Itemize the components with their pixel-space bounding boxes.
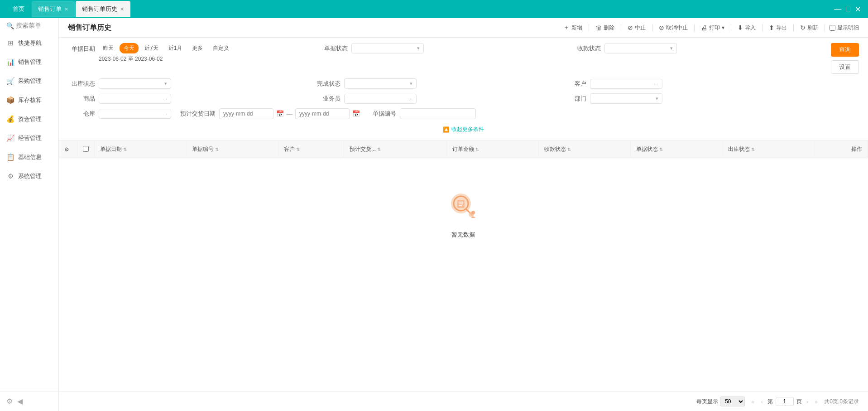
import-button[interactable]: ⬇ 导入 — [736, 23, 758, 33]
delivery-date-to[interactable] — [295, 108, 350, 119]
sidebar-search-label: 搜索菜单 — [16, 22, 41, 30]
inventory-icon: 📦 — [6, 96, 14, 104]
base-info-icon: 📋 — [6, 153, 14, 161]
th-customer-sort-icon[interactable]: ⇅ — [296, 147, 300, 152]
sidebar-search[interactable]: 🔍 搜索菜单 — [0, 18, 58, 34]
tab-sales-order-history[interactable]: 销售订单历史 ✕ — [76, 1, 130, 17]
filter-row-4: 仓库 ··· 预计交货日期 📅 — 📅 — [68, 108, 859, 119]
sidebar-settings-icon[interactable]: ⚙ — [6, 397, 13, 406]
first-page-btn[interactable]: « — [749, 397, 756, 406]
search-icon: 🔍 — [6, 22, 14, 29]
th-settings[interactable]: ⚙ — [59, 141, 77, 158]
data-table: ⚙ 单据日期 ⇅ 单据编号 ⇅ — [59, 141, 868, 266]
page-number-input[interactable] — [776, 397, 794, 406]
th-out-status-sort-icon[interactable]: ⇅ — [751, 147, 755, 152]
sys-mgmt-icon: ⚙ — [6, 172, 14, 180]
page-suffix: 页 — [796, 398, 802, 406]
bill-status-select[interactable]: ▾ — [351, 43, 424, 53]
th-out-status-label: 出库状态 — [728, 146, 750, 152]
sidebar-item-purchase-mgmt[interactable]: 🛒 采购管理 — [0, 72, 58, 91]
calendar-from-icon[interactable]: 📅 — [276, 110, 284, 117]
sidebar-item-base-info[interactable]: 📋 基础信息 — [0, 148, 58, 167]
print-button[interactable]: 🖨 打印 ▾ — [699, 23, 726, 33]
sidebar-item-finance[interactable]: 💰 资金管理 — [0, 110, 58, 129]
stop-button[interactable]: ⊘ 中止 — [626, 23, 647, 33]
new-button[interactable]: ＋ 新增 — [561, 23, 584, 33]
action-buttons: 查询 设置 — [831, 43, 859, 74]
date-tab-yesterday[interactable]: 昨天 — [99, 43, 118, 53]
warehouse-select[interactable]: ··· — [99, 109, 171, 119]
sidebar-item-inventory[interactable]: 📦 库存核算 — [0, 91, 58, 110]
goods-dots-icon: ··· — [163, 96, 167, 102]
customer-select[interactable]: ··· — [590, 79, 662, 89]
empty-state-row: 暂无数据 — [59, 158, 868, 266]
th-date-sort-icon[interactable]: ⇅ — [123, 147, 127, 152]
collapse-bar[interactable]: 🔼 收起更多条件 — [68, 124, 859, 135]
top-bar-right: — □ ✕ — [834, 5, 863, 14]
sidebar-item-quick-nav[interactable]: ⊞ 快捷导航 — [0, 34, 58, 53]
per-page-select[interactable]: 50 10 20 100 — [720, 396, 745, 406]
out-status-arrow-icon: ▾ — [164, 81, 167, 87]
tab-sales-order-history-label: 销售订单历史 — [82, 5, 117, 13]
th-checkbox[interactable] — [77, 141, 94, 158]
calendar-to-icon[interactable]: 📅 — [352, 110, 360, 117]
th-amount-sort-icon[interactable]: ⇅ — [475, 147, 479, 152]
window-close-btn[interactable]: ✕ — [855, 5, 861, 14]
sidebar-collapse-icon[interactable]: ◀ — [17, 397, 23, 406]
table-container: ⚙ 单据日期 ⇅ 单据编号 ⇅ — [59, 141, 868, 392]
set-button[interactable]: 设置 — [831, 60, 859, 74]
refresh-icon: ↻ — [800, 24, 806, 31]
delivery-date-from[interactable] — [219, 108, 273, 119]
date-tab-1month[interactable]: 近1月 — [164, 43, 187, 53]
sidebar-item-sales-mgmt[interactable]: 📊 销售管理 — [0, 53, 58, 72]
complete-status-select[interactable]: ▾ — [344, 78, 417, 89]
select-all-checkbox[interactable] — [83, 146, 89, 152]
salesperson-dots-icon: ··· — [408, 96, 412, 102]
empty-state: 暂无数据 — [59, 158, 868, 266]
cancel-stop-button[interactable]: ⊘ 取消中止 — [657, 23, 690, 33]
date-tab-7days[interactable]: 近7天 — [140, 43, 163, 53]
date-tab-custom[interactable]: 自定义 — [209, 43, 233, 53]
out-status-select[interactable]: ▾ — [99, 78, 171, 89]
department-select[interactable]: ▾ — [590, 93, 662, 104]
last-page-btn[interactable]: » — [813, 397, 820, 406]
query-button[interactable]: 查询 — [831, 43, 859, 57]
tab-sales-order[interactable]: 销售订单 ✕ — [32, 1, 75, 17]
th-payment-status-sort-icon[interactable]: ⇅ — [567, 147, 571, 152]
date-tab-today[interactable]: 今天 — [120, 43, 139, 53]
th-bill-no-sort-icon[interactable]: ⇅ — [215, 147, 219, 152]
delete-button[interactable]: 🗑 删除 — [594, 23, 616, 33]
sidebar-item-operations[interactable]: 📈 经营管理 — [0, 129, 58, 148]
empty-illustration — [441, 185, 486, 231]
goods-select[interactable]: ··· — [99, 94, 171, 104]
display-detail-toggle[interactable]: 显示明细 — [830, 24, 859, 32]
settings-icon[interactable]: ⚙ — [64, 146, 69, 153]
th-amount-label: 订单金额 — [452, 146, 474, 152]
salesperson-select[interactable]: ··· — [344, 94, 417, 104]
th-date: 单据日期 ⇅ — [94, 141, 186, 158]
export-icon: ⬆ — [769, 24, 774, 31]
th-delivery-sort-icon[interactable]: ⇅ — [377, 147, 381, 152]
th-amount: 订单金额 ⇅ — [446, 141, 538, 158]
display-detail-checkbox[interactable] — [830, 25, 835, 31]
prev-page-btn[interactable]: ‹ — [759, 397, 764, 406]
window-minimize-btn[interactable]: — — [834, 5, 841, 13]
chevron-up-icon: 🔼 — [443, 126, 450, 133]
tab-bar: 首页 销售订单 ✕ 销售订单历史 ✕ — [6, 1, 834, 17]
payment-status-select[interactable]: ▾ — [604, 43, 677, 53]
divider-3 — [652, 24, 652, 31]
next-page-btn[interactable]: › — [805, 397, 810, 406]
sidebar-item-sys-mgmt[interactable]: ⚙ 系统管理 — [0, 167, 58, 186]
th-customer-label: 客户 — [284, 146, 295, 152]
tab-sales-order-close[interactable]: ✕ — [64, 6, 68, 12]
th-date-label: 单据日期 — [100, 146, 122, 152]
tab-sales-order-history-close[interactable]: ✕ — [120, 6, 124, 12]
export-button[interactable]: ⬆ 导出 — [767, 23, 789, 33]
th-bill-status-sort-icon[interactable]: ⇅ — [659, 147, 663, 152]
window-restore-btn[interactable]: □ — [846, 5, 850, 13]
tab-home[interactable]: 首页 — [6, 1, 31, 17]
refresh-button[interactable]: ↻ 刷新 — [798, 23, 820, 33]
date-tab-more[interactable]: 更多 — [188, 43, 207, 53]
bill-no-input[interactable] — [400, 108, 476, 119]
divider-7 — [793, 24, 794, 31]
